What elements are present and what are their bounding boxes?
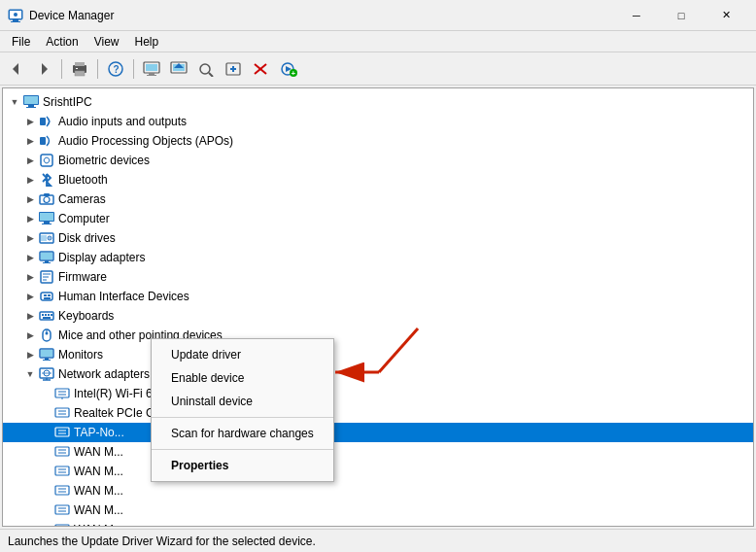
svg-text:?: ? — [114, 64, 120, 75]
ctx-uninstall-device[interactable]: Uninstall device — [152, 390, 333, 413]
tree-node-18[interactable]: ▶ WAN M... — [3, 442, 753, 462]
add-hardware-toolbar-btn[interactable] — [221, 56, 246, 82]
ctx-update-driver[interactable]: Update driver — [152, 343, 333, 366]
svg-rect-36 — [40, 137, 46, 145]
svg-rect-50 — [41, 253, 52, 259]
tree-label-5: Cameras — [58, 192, 106, 206]
network-icon-15 — [53, 386, 71, 401]
tree-label-14: Network adapters — [58, 367, 150, 381]
svg-rect-98 — [55, 505, 69, 514]
expander-13[interactable]: ▶ — [22, 347, 38, 362]
device-tree[interactable]: ▼ SrishtIPC ▶ Audio inputs and — [2, 87, 754, 527]
tree-node-14[interactable]: ▼ Network adapters — [3, 364, 753, 384]
tree-label-2: Audio Processing Objects (APOs) — [58, 134, 233, 148]
forward-button[interactable] — [31, 56, 56, 82]
svg-rect-60 — [44, 297, 51, 299]
expander-14[interactable]: ▼ — [22, 366, 38, 382]
separator-2 — [97, 59, 98, 79]
expander-10[interactable]: ▶ — [22, 289, 38, 304]
remove-toolbar-btn[interactable] — [248, 56, 273, 82]
svg-rect-37 — [41, 155, 52, 166]
expander-6[interactable]: ▶ — [22, 211, 38, 226]
tree-node-0[interactable]: ▼ SrishtIPC — [3, 92, 753, 112]
svg-rect-34 — [26, 107, 36, 108]
expander-1[interactable]: ▶ — [22, 114, 38, 129]
tree-node-4[interactable]: ▶ Bluetooth — [3, 170, 753, 190]
svg-point-48 — [49, 237, 51, 239]
svg-rect-40 — [44, 193, 50, 196]
app-icon — [8, 8, 23, 23]
tree-node-6[interactable]: ▶ Computer — [3, 209, 753, 228]
svg-rect-10 — [76, 68, 78, 69]
print-button[interactable] — [67, 56, 92, 82]
tree-node-3[interactable]: ▶ Biometric devices — [3, 151, 753, 170]
expander-0[interactable]: ▼ — [7, 94, 22, 110]
expander-12[interactable]: ▶ — [22, 328, 38, 343]
svg-rect-15 — [149, 73, 155, 75]
svg-rect-58 — [44, 294, 47, 296]
expander-11[interactable]: ▶ — [22, 308, 38, 324]
close-button[interactable]: ✕ — [704, 0, 748, 31]
expander-9[interactable]: ▶ — [22, 269, 38, 285]
svg-rect-101 — [55, 525, 69, 527]
expander-7[interactable]: ▶ — [22, 230, 38, 246]
camera-icon — [38, 191, 55, 207]
svg-marker-5 — [13, 63, 18, 75]
ctx-separator-1 — [152, 417, 333, 418]
menu-action[interactable]: Action — [38, 33, 86, 51]
tree-node-19[interactable]: ▶ WAN M... — [3, 462, 753, 481]
tree-node-22[interactable]: ▶ WAN M... — [3, 520, 753, 527]
tree-node-11[interactable]: ▶ Keyboards — [3, 306, 753, 326]
tree-label-8: Display adapters — [58, 251, 145, 264]
maximize-button[interactable]: □ — [659, 0, 704, 31]
network-icon-18 — [53, 444, 71, 460]
tree-node-1[interactable]: ▶ Audio inputs and outputs — [3, 112, 753, 131]
tree-node-5[interactable]: ▶ Cameras — [3, 190, 753, 209]
help-button[interactable]: ? — [103, 56, 128, 82]
update-driver-toolbar-btn[interactable] — [166, 56, 191, 82]
tree-node-7[interactable]: ▶ Disk drives — [3, 228, 753, 248]
audio-icon — [38, 114, 55, 129]
tree-node-17[interactable]: ▶ TAP-No... — [3, 423, 753, 442]
tree-node-8[interactable]: ▶ Display adapters — [3, 248, 753, 267]
minimize-button[interactable]: ─ — [614, 0, 659, 31]
tree-node-16[interactable]: ▶ Realtek PCIe GbE Family Controller #2 — [3, 403, 753, 423]
expander-5[interactable]: ▶ — [22, 191, 38, 207]
tree-node-10[interactable]: ▶ Human Interface Devices — [3, 287, 753, 306]
tree-label-21: WAN M... — [74, 503, 123, 517]
svg-rect-46 — [41, 235, 47, 241]
expander-8[interactable]: ▶ — [22, 250, 38, 265]
svg-rect-64 — [48, 314, 50, 316]
monitor-icon — [38, 347, 55, 362]
tree-node-9[interactable]: ▶ Firmware — [3, 267, 753, 287]
expander-2[interactable]: ▶ — [22, 133, 38, 149]
device-manager-icon[interactable] — [139, 56, 164, 82]
svg-rect-72 — [45, 358, 49, 360]
menu-view[interactable]: View — [86, 33, 127, 51]
tree-node-20[interactable]: ▶ WAN M... — [3, 481, 753, 500]
tree-label-6: Computer — [58, 212, 110, 225]
tree-node-15[interactable]: ▶ Intel(R) Wi-Fi 6 AX201 160MHz — [3, 384, 753, 403]
menu-file[interactable]: File — [4, 33, 38, 51]
menu-help[interactable]: Help — [127, 33, 167, 51]
tree-node-21[interactable]: ▶ WAN M... — [3, 500, 753, 520]
svg-rect-66 — [43, 317, 51, 319]
back-button[interactable] — [4, 56, 29, 82]
network-icon-22 — [53, 522, 71, 527]
ctx-properties[interactable]: Properties — [152, 454, 333, 477]
expander-4[interactable]: ▶ — [22, 172, 38, 188]
svg-rect-59 — [48, 294, 51, 296]
expander-3[interactable]: ▶ — [22, 153, 38, 168]
ctx-scan-hardware[interactable]: Scan for hardware changes — [152, 422, 333, 445]
tree-node-12[interactable]: ▶ Mice and other pointing devices — [3, 326, 753, 345]
scan-hardware-toolbar-btn[interactable] — [193, 56, 219, 82]
svg-rect-52 — [43, 262, 51, 263]
tree-label-11: Keyboards — [58, 309, 114, 323]
audio-processing-icon — [38, 133, 55, 149]
tree-node-13[interactable]: ▶ Monitors — [3, 345, 753, 364]
ctx-enable-device[interactable]: Enable device — [152, 366, 333, 390]
tree-label-17: TAP-No... — [74, 426, 124, 439]
tree-node-2[interactable]: ▶ Audio Processing Objects (APOs) — [3, 131, 753, 151]
tree-label-3: Biometric devices — [58, 154, 150, 167]
enable-toolbar-btn[interactable]: + — [275, 56, 300, 82]
